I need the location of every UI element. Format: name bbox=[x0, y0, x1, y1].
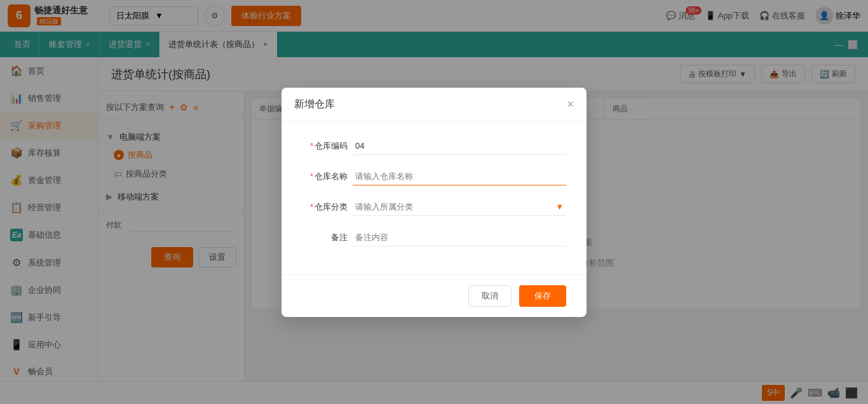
modal-body: 仓库编码 仓库名称 仓库分类 ▼ 备注 bbox=[281, 122, 587, 274]
form-row-name: 仓库名称 bbox=[302, 168, 566, 185]
form-row-category: 仓库分类 ▼ bbox=[302, 198, 566, 216]
select-dropdown-icon: ▼ bbox=[555, 202, 564, 212]
category-label: 仓库分类 bbox=[302, 201, 353, 213]
category-input[interactable] bbox=[353, 198, 566, 215]
warehouse-category-select[interactable]: ▼ bbox=[353, 198, 566, 216]
form-row-code: 仓库编码 bbox=[302, 137, 566, 155]
warehouse-code-input[interactable] bbox=[353, 137, 566, 155]
modal-footer: 取消 保存 bbox=[281, 274, 587, 317]
remark-input[interactable] bbox=[353, 229, 566, 246]
warehouse-name-input[interactable] bbox=[353, 168, 566, 185]
modal-add-warehouse: 新增仓库 × 仓库编码 仓库名称 仓库分类 ▼ bbox=[281, 88, 587, 317]
modal-close-button[interactable]: × bbox=[567, 98, 574, 111]
modal-title: 新增仓库 bbox=[294, 98, 335, 111]
modal-header: 新增仓库 × bbox=[281, 88, 587, 122]
form-row-remark: 备注 bbox=[302, 229, 566, 246]
remark-label: 备注 bbox=[302, 232, 353, 243]
save-button[interactable]: 保存 bbox=[519, 285, 566, 307]
cancel-button[interactable]: 取消 bbox=[468, 285, 512, 307]
code-label: 仓库编码 bbox=[302, 140, 353, 152]
name-label: 仓库名称 bbox=[302, 171, 353, 182]
modal-overlay[interactable]: 新增仓库 × 仓库编码 仓库名称 仓库分类 ▼ bbox=[0, 0, 868, 404]
